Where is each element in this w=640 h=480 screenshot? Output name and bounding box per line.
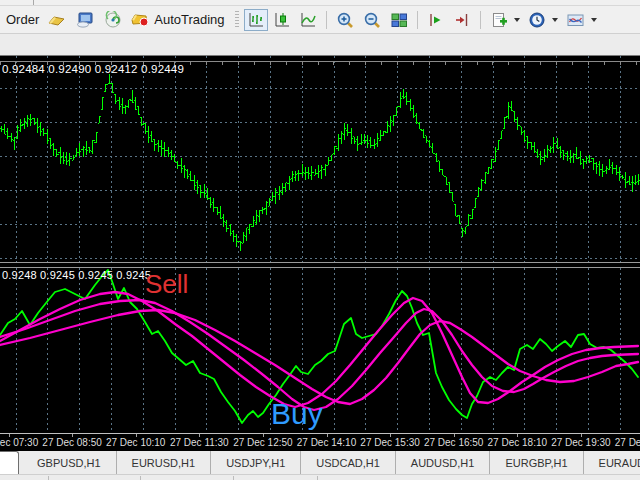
active-chart-tab-partial[interactable] bbox=[0, 451, 19, 474]
chart-tab-eurusd-h1[interactable]: EURUSD,H1 bbox=[116, 451, 211, 474]
toolbar-separator bbox=[326, 11, 327, 29]
computer-icon bbox=[75, 11, 95, 29]
time-axis[interactable]: 27 Dec 07:3027 Dec 08:5027 Dec 10:1027 D… bbox=[0, 433, 640, 451]
toolbar-separator bbox=[417, 11, 418, 29]
chart-tab-gbpusd-h1[interactable]: GBPUSD,H1 bbox=[22, 451, 116, 474]
zoom-in-icon bbox=[336, 11, 355, 29]
main-chart-pane[interactable]: 0.92484 0.92490 0.92412 0.92449 bbox=[0, 56, 640, 262]
time-label: 27 Dec 14:10 bbox=[297, 437, 357, 448]
status-pane-divider bbox=[317, 476, 318, 480]
zoom-out-button[interactable] bbox=[360, 9, 385, 31]
chart-tab-euraud-h1[interactable]: EURAUD,H1 bbox=[583, 451, 640, 474]
chart-shift-button[interactable] bbox=[450, 9, 474, 31]
time-label: 27 Dec 12:50 bbox=[233, 437, 293, 448]
sell-signal-label: Sell bbox=[145, 271, 188, 297]
tile-windows-icon bbox=[390, 11, 408, 29]
status-pane-divider bbox=[140, 476, 141, 480]
chevron-down-icon bbox=[514, 18, 520, 22]
chart-window: 0.92484 0.92490 0.92412 0.92449 0.9248 0… bbox=[0, 56, 640, 451]
menu-strip bbox=[0, 0, 640, 6]
indicators-template-button[interactable] bbox=[563, 9, 600, 31]
ohlc-label: 0.92484 0.92490 0.92412 0.92449 bbox=[2, 63, 184, 75]
time-label: 27 Dec 20:50 bbox=[615, 437, 640, 448]
line-chart-icon bbox=[299, 11, 317, 29]
auto-scroll-icon bbox=[427, 11, 445, 29]
indicator-values-label: 0.9248 0.9245 0.9245 0.9245 bbox=[2, 269, 151, 281]
new-order-button[interactable]: Order bbox=[3, 9, 42, 31]
chevron-down-icon bbox=[552, 18, 558, 22]
candlestick-chart-button[interactable] bbox=[270, 9, 294, 31]
menu-divider bbox=[33, 0, 34, 5]
chart-tab-usdjpy-h1[interactable]: USDJPY,H1 bbox=[210, 451, 300, 474]
signal-icon bbox=[103, 11, 123, 29]
toolbar: Order AutoTrading bbox=[0, 6, 640, 34]
time-label: 27 Dec 16:50 bbox=[424, 437, 484, 448]
toolbar-separator bbox=[480, 11, 481, 29]
time-label: 27 Dec 10:10 bbox=[106, 437, 166, 448]
tile-windows-button[interactable] bbox=[387, 9, 411, 31]
new-order-label: Order bbox=[6, 12, 39, 27]
signals-button[interactable] bbox=[100, 9, 126, 31]
zoom-in-button[interactable] bbox=[333, 9, 358, 31]
autotrading-icon bbox=[131, 11, 151, 29]
zoom-out-icon bbox=[363, 11, 382, 29]
time-label: 27 Dec 08:50 bbox=[42, 437, 102, 448]
time-label: 27 Dec 19:30 bbox=[551, 437, 611, 448]
new-chart-icon bbox=[490, 11, 508, 29]
candlestick-icon bbox=[273, 11, 291, 29]
chevron-down-icon bbox=[591, 18, 597, 22]
chart-tabs-bar: GBPUSD,H1EURUSD,H1USDJPY,H1USDCAD,H1AUDU… bbox=[0, 451, 640, 475]
gold-ingot-icon bbox=[47, 11, 67, 29]
time-label: 27 Dec 07:30 bbox=[0, 437, 38, 448]
chart-tabs: GBPUSD,H1EURUSD,H1USDJPY,H1USDCAD,H1AUDU… bbox=[22, 451, 640, 474]
chart-tab-eurgbp-h1[interactable]: EURGBP,H1 bbox=[489, 451, 582, 474]
template-chart-icon bbox=[566, 11, 585, 29]
buy-signal-label: Buy bbox=[271, 399, 323, 429]
gold-ingot-button[interactable] bbox=[44, 9, 70, 31]
status-bar bbox=[0, 475, 640, 480]
chart-tab-audusd-h1[interactable]: AUDUSD,H1 bbox=[395, 451, 490, 474]
autotrading-button[interactable]: AutoTrading bbox=[128, 9, 227, 31]
time-label: 27 Dec 11:30 bbox=[170, 437, 229, 448]
line-chart-button[interactable] bbox=[296, 9, 320, 31]
toolbar-drag-handle[interactable] bbox=[235, 11, 239, 29]
autotrading-label: AutoTrading bbox=[154, 12, 224, 27]
indicator-pane[interactable]: 0.9248 0.9245 0.9245 0.9245 SellBuy bbox=[0, 268, 640, 433]
window-chrome-gap bbox=[0, 34, 640, 56]
auto-scroll-button[interactable] bbox=[424, 9, 448, 31]
new-chart-button[interactable] bbox=[487, 9, 523, 31]
chart-shift-icon bbox=[453, 11, 471, 29]
bar-chart-icon bbox=[247, 11, 265, 29]
mt4-window: Order AutoTrading bbox=[0, 0, 640, 480]
time-label: 27 Dec 15:30 bbox=[360, 437, 420, 448]
computer-button[interactable] bbox=[72, 9, 98, 31]
clock-icon bbox=[528, 11, 546, 29]
status-pane-divider bbox=[48, 476, 49, 480]
time-label: 27 Dec 18:10 bbox=[488, 437, 548, 448]
bar-chart-button[interactable] bbox=[244, 9, 268, 31]
timeframe-button[interactable] bbox=[525, 9, 561, 31]
chart-tab-usdcad-h1[interactable]: USDCAD,H1 bbox=[300, 451, 395, 474]
price-chart-canvas[interactable] bbox=[0, 56, 640, 262]
status-pane-divider bbox=[233, 476, 234, 480]
